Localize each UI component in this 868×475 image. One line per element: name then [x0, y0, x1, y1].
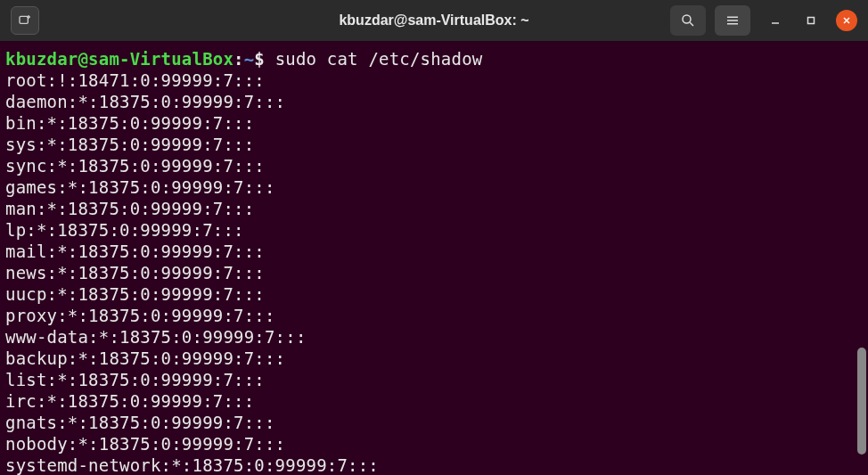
- output-line: backup:*:18375:0:99999:7:::: [5, 348, 285, 368]
- output-line: list:*:18375:0:99999:7:::: [5, 370, 265, 389]
- prompt-symbol: $: [254, 49, 274, 69]
- prompt-colon: :: [233, 49, 244, 69]
- output-line: bin:*:18375:0:99999:7:::: [5, 113, 254, 133]
- output-line: uucp:*:18375:0:99999:7:::: [5, 284, 265, 304]
- output-line: www-data:*:18375:0:99999:7:::: [5, 327, 307, 347]
- output-line: gnats:*:18375:0:99999:7:::: [5, 413, 275, 432]
- output-line: sync:*:18375:0:99999:7:::: [5, 156, 265, 176]
- output-line: lp:*:18375:0:99999:7:::: [5, 220, 244, 240]
- output-line: irc:*:18375:0:99999:7:::: [5, 391, 254, 411]
- output-line: news:*:18375:0:99999:7:::: [5, 263, 265, 283]
- svg-line-2: [690, 22, 693, 26]
- titlebar-left: [11, 6, 39, 35]
- output-line: systemd-network:*:18375:0:99999:7:::: [5, 455, 379, 475]
- output-line: daemon:*:18375:0:99999:7:::: [5, 92, 285, 111]
- output-line: proxy:*:18375:0:99999:7:::: [5, 306, 275, 325]
- search-icon: [680, 12, 696, 29]
- svg-rect-7: [808, 18, 815, 24]
- output-line: games:*:18375:0:99999:7:::: [5, 177, 275, 197]
- minimize-icon: [771, 16, 780, 25]
- new-tab-icon: [18, 13, 32, 28]
- titlebar-right: [670, 5, 857, 36]
- terminal-output[interactable]: kbuzdar@sam-VirtualBox:~$ sudo cat /etc/…: [0, 41, 868, 475]
- prompt-path: ~: [244, 49, 255, 69]
- menu-button[interactable]: [715, 5, 750, 36]
- svg-rect-0: [20, 16, 28, 23]
- output-line: sys:*:18375:0:99999:7:::: [5, 135, 254, 154]
- scrollbar-thumb[interactable]: [857, 348, 866, 455]
- close-button[interactable]: [836, 10, 857, 31]
- output-line: nobody:*:18375:0:99999:7:::: [5, 434, 285, 454]
- output-line: mail:*:18375:0:99999:7:::: [5, 242, 265, 261]
- output-line: root:!:18471:0:99999:7:::: [5, 70, 265, 90]
- titlebar: kbuzdar@sam-VirtualBox: ~: [0, 0, 868, 41]
- command-text: sudo cat /etc/shadow: [275, 49, 483, 69]
- hamburger-icon: [725, 12, 741, 29]
- search-button[interactable]: [670, 5, 706, 36]
- window-title: kbuzdar@sam-VirtualBox: ~: [339, 12, 528, 29]
- prompt-user-host: kbuzdar@sam-VirtualBox: [5, 49, 233, 69]
- new-tab-button[interactable]: [11, 6, 39, 35]
- maximize-button[interactable]: [800, 10, 822, 31]
- svg-point-1: [683, 15, 691, 23]
- output-line: man:*:18375:0:99999:7:::: [5, 199, 254, 218]
- minimize-button[interactable]: [765, 10, 786, 31]
- maximize-icon: [807, 16, 815, 25]
- close-icon: [842, 16, 851, 25]
